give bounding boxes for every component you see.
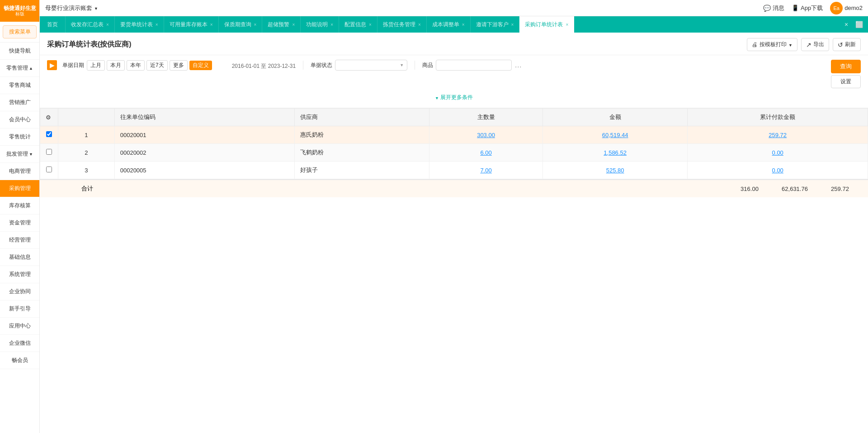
tab-receive-send[interactable]: 收发存汇总表 × (66, 16, 115, 33)
goods-input[interactable] (436, 60, 512, 71)
date-btn-more[interactable]: 更多 (170, 60, 188, 71)
export-btn[interactable]: 导出 (801, 38, 829, 51)
row-paid[interactable]: 0.00 (688, 162, 868, 179)
workspace-selector[interactable]: 母婴行业演示账套 (45, 4, 98, 12)
sidebar-item-retail-shop[interactable]: 零售商城 (0, 77, 39, 94)
sidebar-item-retail-stat[interactable]: 零售统计 (0, 128, 39, 146)
message-btn[interactable]: 消息 (763, 4, 784, 12)
date-btn-last-month[interactable]: 上月 (87, 60, 105, 71)
row-checkbox-input[interactable] (46, 131, 52, 137)
col-header-seq (58, 109, 115, 126)
status-select[interactable] (335, 60, 407, 71)
row-amount[interactable]: 525.80 (542, 162, 688, 179)
date-btn-this-year[interactable]: 本年 (127, 60, 145, 71)
tab-purchase-stat-close[interactable]: × (156, 22, 158, 27)
sidebar-item-wholesale[interactable]: 批发管理 (0, 146, 39, 163)
sidebar-item-wechat[interactable]: 企业微信 (0, 335, 39, 352)
tab-config-info-close[interactable]: × (369, 22, 372, 27)
row-paid[interactable]: 259.72 (688, 126, 868, 144)
sidebar-item-ecommerce[interactable]: 电商管理 (0, 163, 39, 180)
sidebar-item-ops[interactable]: 经营管理 (0, 232, 39, 249)
sidebar-item-newguide[interactable]: 新手引导 (0, 300, 39, 318)
tab-purchase-order-stat-close[interactable]: × (566, 22, 568, 27)
tab-config-info[interactable]: 配置信息 × (339, 16, 377, 33)
row-checkbox[interactable] (40, 162, 58, 179)
col-header-checkbox[interactable]: ⚙ (40, 109, 58, 126)
tab-invite-downstream-close[interactable]: × (511, 22, 514, 27)
table-row[interactable]: 2 00020002 飞鹤奶粉 6.00 1,586.52 0.00 (40, 144, 868, 162)
date-custom-tag[interactable]: 自定义 (189, 61, 212, 70)
row-qty[interactable]: 7.00 (429, 162, 543, 179)
date-btn-this-month[interactable]: 本月 (107, 60, 125, 71)
tab-pick-task-close[interactable]: × (418, 22, 421, 27)
tab-receive-send-close[interactable]: × (106, 22, 109, 27)
tab-available-inventory-close[interactable]: × (210, 22, 213, 27)
tab-function-desc[interactable]: 功能说明 × (301, 16, 339, 33)
sidebar-item-finance[interactable]: 资金管理 (0, 214, 39, 232)
goods-more-icon[interactable]: … (514, 61, 522, 69)
sidebar-item-retail[interactable]: 零售管理 (0, 60, 39, 77)
row-checkbox-input[interactable] (46, 149, 52, 155)
filter-goods-item: 商品 … (422, 60, 522, 71)
page-title: 采购订单统计表(按供应商) (47, 40, 132, 49)
filter-toggle-btn[interactable]: ▶ (47, 60, 57, 70)
tab-overstock-warning-close[interactable]: × (292, 22, 295, 27)
filter-more-row: 展开更多条件 (47, 92, 861, 103)
sidebar-item-quicknav[interactable]: 快捷导航 (0, 43, 39, 60)
tab-function-desc-close[interactable]: × (330, 22, 333, 27)
sidebar-item-enterprise[interactable]: 企业协同 (0, 283, 39, 300)
row-paid[interactable]: 0.00 (688, 144, 868, 162)
sidebar-item-changyuanyuan[interactable]: 畅会员 (0, 352, 39, 369)
row-checkbox-input[interactable] (46, 167, 52, 172)
filter-divider-1 (303, 61, 303, 70)
col-header-supplier-code: 往来单位编码 (114, 109, 295, 126)
page-container: 采购订单统计表(按供应商) 按模板打印 导出 刷新 (40, 33, 868, 433)
table-footer: 合计 316.00 62,631.76 259.72 (40, 179, 868, 197)
tab-overstock-warning[interactable]: 超储预警 × (262, 16, 301, 33)
date-range-display: 2016-01-01 至 2023-12-31 (232, 62, 296, 70)
row-qty[interactable]: 303.00 (429, 126, 543, 144)
row-checkbox[interactable] (40, 126, 58, 144)
close-all-btn[interactable]: × (841, 19, 852, 30)
row-checkbox[interactable] (40, 144, 58, 162)
row-amount[interactable]: 1,586.52 (542, 144, 688, 162)
sidebar-item-member[interactable]: 会员中心 (0, 111, 39, 128)
refresh-label: 刷新 (845, 41, 856, 48)
sidebar-item-marketing[interactable]: 营销推广 (0, 94, 39, 111)
tab-invite-downstream[interactable]: 邀请下游客户 × (471, 16, 520, 33)
tab-home[interactable]: 首页 (40, 16, 66, 33)
tab-purchase-order-stat[interactable]: 采购订单统计表 × (519, 16, 574, 33)
sidebar-item-purchase[interactable]: 采购管理 (0, 180, 39, 197)
search-menu-btn[interactable]: 搜索菜单 (3, 25, 37, 38)
tab-expiry-query-close[interactable]: × (254, 22, 257, 27)
sidebar-search[interactable]: 搜索菜单 (0, 22, 39, 43)
table-header-row: ⚙ 往来单位编码 供应商 主数量 金额 累计付款金额 (40, 109, 868, 126)
tab-available-inventory[interactable]: 可用量库存账本 × (164, 16, 219, 33)
tab-cost-adjust-close[interactable]: × (462, 22, 465, 27)
tab-invite-downstream-label: 邀请下游客户 (476, 21, 509, 29)
row-amount[interactable]: 60,519.44 (542, 126, 688, 144)
expand-filter-btn[interactable]: 展开更多条件 (431, 92, 476, 103)
gear-icon[interactable]: ⚙ (46, 114, 51, 121)
page-header: 采购订单统计表(按供应商) 按模板打印 导出 刷新 (40, 33, 868, 55)
sidebar-item-basic[interactable]: 基础信息 (0, 249, 39, 266)
print-btn[interactable]: 按模板打印 (747, 38, 797, 51)
sidebar-item-system[interactable]: 系统管理 (0, 266, 39, 283)
sidebar-item-inventory[interactable]: 库存核算 (0, 197, 39, 214)
tab-purchase-stat[interactable]: 要货单统计表 × (115, 16, 164, 33)
restore-btn[interactable]: ⬜ (854, 19, 864, 30)
table-row[interactable]: 1 00020001 惠氏奶粉 303.00 60,519.44 259.72 (40, 126, 868, 144)
refresh-btn[interactable]: 刷新 (833, 38, 861, 51)
query-btn[interactable]: 查询 (831, 60, 861, 73)
tab-cost-adjust[interactable]: 成本调整单 × (427, 16, 471, 33)
table-row[interactable]: 3 00020005 好孩子 7.00 525.80 0.00 (40, 162, 868, 179)
app-download-btn[interactable]: App下载 (792, 4, 823, 12)
sidebar-item-appcenter[interactable]: 应用中心 (0, 318, 39, 335)
row-qty[interactable]: 6.00 (429, 144, 543, 162)
print-label: 按模板打印 (760, 41, 787, 48)
tab-pick-task[interactable]: 拣货任务管理 × (377, 16, 427, 33)
user-menu[interactable]: Ea demo2 (830, 2, 863, 14)
tab-expiry-query[interactable]: 保质期查询 × (219, 16, 263, 33)
date-btn-7days[interactable]: 近7天 (146, 60, 168, 71)
settings-btn[interactable]: 设置 (831, 75, 861, 88)
